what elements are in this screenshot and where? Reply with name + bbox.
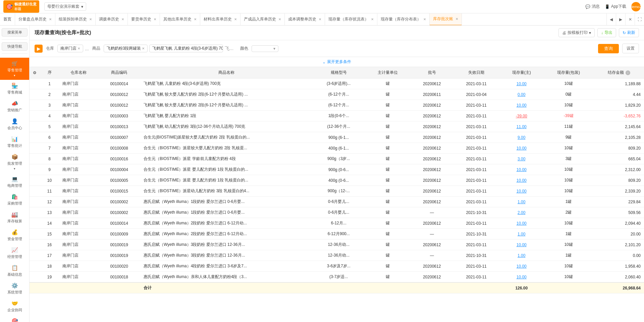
tab-cost-adj-close[interactable]: ✕ xyxy=(319,17,321,21)
td-unit: 罐 xyxy=(365,111,411,121)
tab-batch-order-close[interactable]: ✕ xyxy=(455,17,458,21)
tab-split-close[interactable]: ✕ xyxy=(49,17,52,21)
sidebar-item-system[interactable]: ⚙️ 系统管理 xyxy=(0,280,29,298)
warehouse-tag-close[interactable]: ✕ xyxy=(77,47,80,50)
td-stock[interactable]: -39.00 xyxy=(500,111,543,121)
tab-stock-status[interactable]: 现存量（库存状况表） ✕ xyxy=(325,13,377,25)
nav-next-arrow[interactable]: ▶ xyxy=(616,13,625,25)
expand-more-button[interactable]: ⌄ 展开更多条件 xyxy=(322,59,351,65)
nav-fullscreen[interactable]: ⛶ xyxy=(635,13,644,25)
sidebar-item-finance[interactable]: 💰 资金管理 xyxy=(0,226,29,244)
template-print-button[interactable]: 🖨 按模板打印 ▾ xyxy=(558,28,595,37)
sidebar-item-stock[interactable]: 🏭 库存核算 xyxy=(0,209,29,226)
balance-info-icon[interactable]: i xyxy=(626,70,630,75)
sidebar-item-ecommerce[interactable]: 💻 电商管理 xyxy=(0,173,29,191)
td-stock[interactable]: 10.00 xyxy=(500,239,543,250)
logo: 🎯 畅捷通好生意 标题 xyxy=(3,0,39,13)
tab-stock-status-close[interactable]: ✕ xyxy=(371,17,374,21)
settings-button[interactable]: 设置 xyxy=(622,44,639,53)
tab-other-out-close[interactable]: ✕ xyxy=(194,17,197,21)
td-unit: 罐 xyxy=(365,78,411,89)
sidebar-item-biz[interactable]: 📈 经营管理 xyxy=(0,244,29,262)
tab-require-close[interactable]: ✕ xyxy=(154,17,156,21)
color-select[interactable]: ▾ xyxy=(252,45,278,52)
td-stock[interactable]: 3.00 xyxy=(500,154,543,164)
td-stock[interactable]: 1.00 xyxy=(500,197,543,207)
tab-disassemble-close[interactable]: ✕ xyxy=(89,17,92,21)
td-stock-pkg: 1罐 xyxy=(543,250,594,261)
td-warehouse: 南岸门店 xyxy=(59,186,98,197)
sidebar-item-retail[interactable]: 🛒 零售管理 ▾ xyxy=(0,58,29,80)
tab-product-in-close[interactable]: ✕ xyxy=(278,17,281,21)
warehouse-tag-nanganmendian[interactable]: 南岸门店 ✕ xyxy=(57,45,83,52)
td-no: 10 xyxy=(40,175,59,186)
sidebar-item-marketing[interactable]: 📣 营销推广 xyxy=(0,98,29,115)
td-goods-code: 00100015 xyxy=(98,186,140,197)
app-download-button[interactable]: 📱 App下载 xyxy=(605,4,626,9)
refresh-button[interactable]: ↻ 刷新 xyxy=(619,28,639,37)
td-goods-name: 合生元（BIOSTIME）派星幼儿配方奶粉 3段 乳核蛋白的4... xyxy=(140,186,312,197)
tab-other-out[interactable]: 其他出库单历史 ✕ xyxy=(160,13,200,25)
td-balance: 665.04 xyxy=(594,154,644,164)
sidebar-item-member[interactable]: 👤 会员中心 xyxy=(0,115,29,133)
tab-material-out-close[interactable]: ✕ xyxy=(234,17,237,21)
td-balance: 2,105.28 xyxy=(594,132,644,143)
td-empty xyxy=(30,143,40,154)
search-button[interactable]: 查询 xyxy=(598,44,619,53)
th-settings[interactable]: ⚙ xyxy=(30,67,40,78)
td-stock[interactable]: 10.00 xyxy=(500,143,543,154)
sidebar-item-purchase[interactable]: 🛍️ 采购管理 xyxy=(0,191,29,209)
logo-text: 畅捷通好生意 xyxy=(14,2,37,7)
export-button[interactable]: ↓ 导出 xyxy=(597,28,616,37)
tab-material-out[interactable]: 材料出库单历史 ✕ xyxy=(200,13,240,25)
sidebar-item-retail-stat[interactable]: 📊 零售统计 xyxy=(0,133,29,151)
td-stock[interactable]: 10.00 xyxy=(500,164,543,175)
enterprise-select[interactable]: 母婴行业演示账套 ▾ xyxy=(44,2,86,11)
sidebar-item-base[interactable]: 📋 基础信息 xyxy=(0,262,29,280)
filter-expand-button[interactable]: ▶ xyxy=(35,45,43,53)
tab-stock-dist[interactable]: 现存量（库存分布表） ✕ xyxy=(377,13,430,25)
tab-split[interactable]: 分量盘点单历史 ✕ xyxy=(15,13,55,25)
td-stock[interactable]: 10.00 xyxy=(500,261,543,272)
nav-prev-arrow[interactable]: ◀ xyxy=(606,13,616,25)
tab-batch-order[interactable]: 库存批次账 ✕ xyxy=(430,13,462,25)
search-menu-button[interactable]: 搜索英单 xyxy=(2,28,28,37)
tab-mix[interactable]: 调拨单历史 ✕ xyxy=(96,13,128,25)
tab-home[interactable]: 首页 xyxy=(0,13,15,25)
warehouse-more-dots[interactable]: ... xyxy=(85,46,89,51)
td-stock[interactable]: 11.00 xyxy=(500,121,543,132)
goods-tag-1[interactable]: 飞鹤奶粉3段两罐装 ✕ xyxy=(104,45,148,52)
td-spec: (6-12个月... xyxy=(313,89,365,100)
td-stock[interactable]: 10.00 xyxy=(500,78,543,89)
chevron-down-icon: ▾ xyxy=(81,4,83,9)
goods-tag-1-close[interactable]: ✕ xyxy=(142,47,145,50)
td-stock[interactable]: 10.00 xyxy=(500,100,543,111)
message-button[interactable]: 💬 消息 xyxy=(585,4,600,9)
tab-stock-dist-close[interactable]: ✕ xyxy=(423,17,426,21)
table-body: 1 南岸门店 00100014 飞鹤星飞帆 儿童奶粉 4段(3-6岁适用) 70… xyxy=(30,78,644,293)
goods-tag-2[interactable]: 飞鹤星飞帆 儿童奶粉 4段(3-6岁适用) 700克 ✕ xyxy=(149,45,223,52)
tab-require[interactable]: 要货单历史 ✕ xyxy=(128,13,160,25)
td-stock[interactable]: 10.00 xyxy=(500,272,543,283)
tab-product-in[interactable]: 产成品入库单历史 ✕ xyxy=(240,13,285,25)
tab-cost-adj[interactable]: 成本调整单历史 ✕ xyxy=(285,13,325,25)
quick-nav-button[interactable]: 快捷导航 xyxy=(2,42,28,51)
tab-mix-close[interactable]: ✕ xyxy=(121,17,124,21)
td-stock[interactable]: 10.00 xyxy=(500,218,543,229)
sidebar-item-guide[interactable]: 🎯 新手引导 xyxy=(0,315,29,322)
tab-disassemble[interactable]: 组装拆卸单历史 ✕ xyxy=(55,13,96,25)
td-stock[interactable]: 10.00 xyxy=(500,175,543,186)
avatar[interactable]: demo2 xyxy=(631,2,641,11)
td-stock[interactable]: 2.00 xyxy=(500,207,543,218)
td-stock[interactable]: 1.00 xyxy=(500,229,543,239)
nav-close-all[interactable]: ✕ xyxy=(625,13,635,25)
sidebar-item-corp[interactable]: 🤝 企业协同 xyxy=(0,298,29,315)
td-stock[interactable]: 10.00 xyxy=(500,186,543,197)
sidebar-item-retail-shop[interactable]: 🏪 零售商城 xyxy=(0,80,29,98)
sidebar-item-wholesale[interactable]: 📦 批发管理 ▾ xyxy=(0,151,29,173)
td-stock[interactable]: 1.00 xyxy=(500,250,543,261)
td-stock[interactable]: 0.00 xyxy=(500,89,543,100)
td-stock[interactable]: 9.00 xyxy=(500,132,543,143)
td-balance: 2,060.40 xyxy=(594,272,644,283)
goods-more-dots[interactable]: 飞... xyxy=(225,46,233,52)
